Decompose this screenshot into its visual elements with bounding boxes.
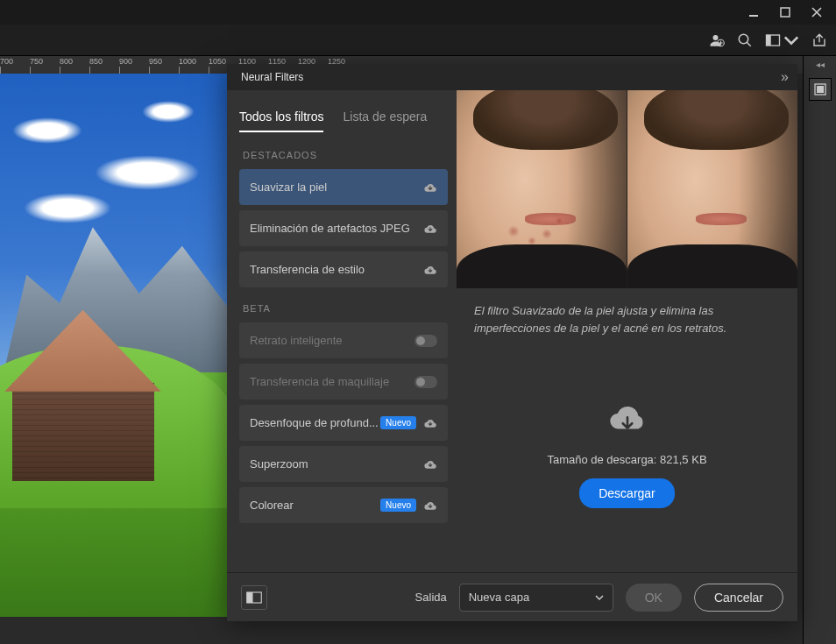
filter-item-label: Transferencia de maquillaje [250,375,389,388]
ruler-label: 700 [0,57,13,66]
document-canvas[interactable] [0,74,237,617]
ruler-label: 1000 [179,57,196,66]
panel-title: Neural Filters [236,71,308,83]
new-badge: Nuevo [380,416,416,429]
tab-waitlist[interactable]: Lista de espera [343,110,427,132]
output-label: Salida [415,591,447,604]
cloud-download-icon[interactable] [423,223,437,235]
filter-item-label: Superzoom [250,457,308,471]
svg-rect-0 [749,15,758,17]
section-beta-label: BETA [243,303,448,314]
app-topbar [0,25,836,56]
panel-tabbar: Neural Filters » [227,64,797,90]
share-icon[interactable] [811,32,827,48]
svg-rect-8 [817,86,824,93]
ruler-label: 800 [60,57,73,66]
cancel-button[interactable]: Cancelar [694,584,783,612]
filter-item-transferencia-de-maquill[interactable]: Transferencia de maquillaje [239,364,448,400]
ruler-label: 950 [149,57,162,66]
chevron-down-icon [595,593,604,602]
panel-footer: Salida Nueva capa OK Cancelar [227,572,797,621]
filter-item-label: Retrato inteligente [250,334,343,347]
preview-toggle-button[interactable] [241,585,267,610]
filter-item-label: Transferencia de estilo [250,263,365,276]
filter-toggle[interactable] [414,335,437,347]
preview-before [457,90,627,288]
expand-panels-icon[interactable]: ◂◂ [804,60,836,69]
section-featured-label: DESTACADOS [243,150,448,160]
collapse-panel-icon[interactable]: » [781,69,789,85]
svg-point-2 [713,35,719,40]
right-panel-strip: ◂◂ [803,56,836,644]
filter-item-label: Desenfoque de profund... [250,416,379,429]
cloud-download-icon [608,400,647,441]
cloud-download-icon[interactable] [423,264,437,276]
filter-item-suavizar-la-piel[interactable]: Suavizar la piel [239,169,448,205]
before-after-preview [457,90,797,288]
output-select[interactable]: Nueva capa [459,584,613,612]
preview-after [627,90,797,288]
cloud-download-icon[interactable] [423,458,437,471]
output-select-value: Nueva capa [469,591,529,604]
filter-item-label: Eliminación de artefactos JPEG [250,222,410,235]
filter-item-desenfoque-de-profund[interactable]: Desenfoque de profund...Nuevo [239,405,448,441]
panel-icon[interactable] [809,78,832,101]
ok-button[interactable]: OK [626,584,682,612]
filter-item-label: Suavizar la piel [250,180,327,194]
workspace-switcher[interactable] [765,32,799,48]
filter-toggle[interactable] [414,376,437,388]
tab-all-filters[interactable]: Todos los filtros [239,110,323,132]
download-size-label: Tamaño de descarga: 821,5 KB [547,453,706,466]
filter-item-transferencia-de-estilo[interactable]: Transferencia de estilo [239,251,448,287]
svg-point-4 [739,34,748,44]
cloud-download-icon[interactable] [423,181,437,194]
download-button[interactable]: Descargar [579,478,675,508]
maximize-button[interactable] [771,3,799,22]
svg-rect-10 [247,592,253,603]
filter-item-label: Colorear [250,499,294,512]
ruler-label: 850 [89,57,103,66]
window-titlebar [0,0,836,25]
minimize-button[interactable] [740,3,768,22]
cloud-download-icon[interactable] [423,499,437,512]
filter-list-pane: Todos los filtros Lista de espera DESTAC… [227,90,457,572]
close-button[interactable] [803,3,831,22]
search-icon[interactable] [737,32,753,48]
ruler-label: 1050 [209,57,226,66]
filter-item-colorear[interactable]: ColorearNuevo [239,487,448,523]
filter-item-eliminacion-de-artefacto[interactable]: Eliminación de artefactos JPEG [239,210,448,246]
cloud-download-icon[interactable] [423,417,437,429]
filter-description: El filtro Suavizado de la piel ajusta y … [457,288,797,336]
new-badge: Nuevo [380,499,416,512]
user-add-icon[interactable] [709,32,725,48]
neural-filters-panel: Neural Filters » Todos los filtros Lista… [227,64,797,621]
ruler-label: 900 [119,57,132,66]
filter-item-retrato-inteligente[interactable]: Retrato inteligente [239,322,448,358]
ruler-label: 750 [30,57,43,66]
svg-rect-6 [767,35,771,46]
svg-rect-1 [781,8,790,17]
filter-detail-pane: El filtro Suavizado de la piel ajusta y … [457,90,797,572]
filter-item-superzoom[interactable]: Superzoom [239,446,448,482]
